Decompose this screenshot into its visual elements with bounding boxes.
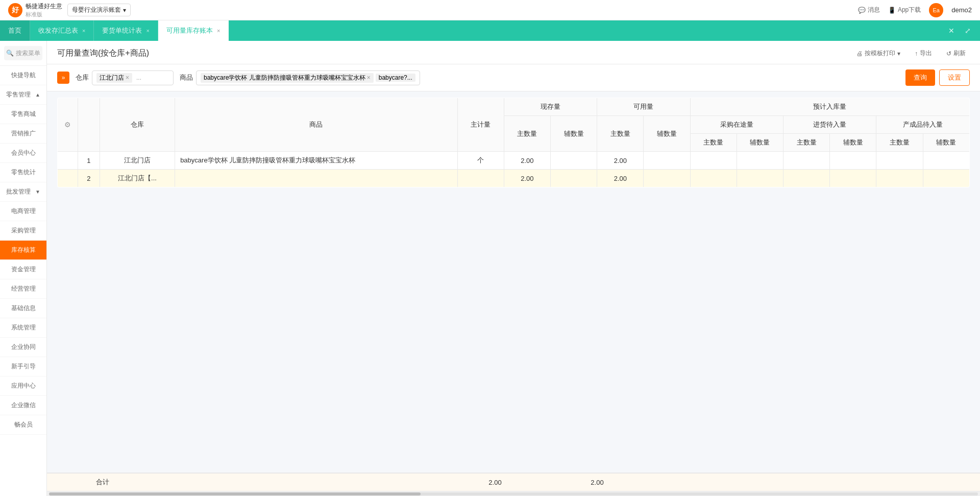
export-btn[interactable]: ↑ 导出 [911, 47, 936, 60]
tab-available-stock[interactable]: 可用量库存账本 × [158, 20, 229, 41]
total-row: 合计 2.00 2.00 [47, 474, 980, 491]
row-1-unit: 个 [457, 152, 504, 170]
total-production-main-cell [878, 474, 929, 491]
row-1-settings [58, 152, 78, 170]
col-forecast-group-header: 预计入库量 [690, 98, 969, 116]
close-all-tabs-btn[interactable]: ✕ [945, 25, 958, 37]
tab-receipt-summary[interactable]: 收发存汇总表 × [30, 20, 94, 41]
sidebar-item-enterprise-collab-label: 企业协同 [11, 343, 36, 350]
close-available-stock-icon[interactable]: × [217, 28, 220, 34]
table-settings-icon[interactable]: ⚙ [64, 121, 71, 129]
content-area: 可用量查询(按仓库+商品) 🖨 按模板打印 ▾ ↑ 导出 ↺ 刷新 » [47, 41, 980, 496]
product-tag-1-value: babycare学饮杯 儿童防摔防撞吸管杯重力球吸嘴杯宝宝水杯 [204, 74, 365, 82]
total-production-sub-cell [929, 474, 980, 491]
sidebar-item-new-guide[interactable]: 新手引导 [0, 357, 46, 376]
sidebar-item-marketing[interactable]: 营销推广 [0, 124, 46, 144]
refresh-label: 刷新 [953, 49, 966, 58]
sidebar-item-enterprise-wechat[interactable]: 企业微信 [0, 396, 46, 415]
sidebar-item-basic-info[interactable]: 基础信息 [0, 299, 46, 318]
expand-filter-btn[interactable]: » [57, 72, 69, 84]
col-production-main-header: 主数量 [876, 134, 923, 152]
top-bar-right: 💬 消息 📱 App下载 Ea demo2 [858, 3, 972, 17]
sidebar-item-enterprise-wechat-label: 企业微信 [11, 401, 36, 409]
sidebar: 🔍 搜索菜单 快捷导航 零售管理 ▲ 零售商城 营销推广 会员中心 零售统计 批… [0, 41, 47, 496]
warehouse-filter-more[interactable]: ... [136, 74, 141, 81]
col-incoming-main-header: 主数量 [783, 134, 830, 152]
sidebar-item-retail-mall[interactable]: 零售商城 [0, 105, 46, 124]
col-onhand-sub-header: 辅数量 [551, 116, 597, 152]
settings-btn[interactable]: 设置 [939, 69, 970, 86]
row-2-onhand-main: 2.00 [504, 170, 550, 187]
col-available-main-header: 主数量 [597, 116, 644, 152]
main-layout: 🔍 搜索菜单 快捷导航 零售管理 ▲ 零售商城 营销推广 会员中心 零售统计 批… [0, 41, 980, 496]
product-tag-1-remove[interactable]: × [367, 74, 371, 81]
bottom-scrollbar[interactable] [47, 491, 980, 496]
close-requisition-stats-icon[interactable]: × [146, 28, 149, 34]
message-icon: 💬 [858, 7, 866, 14]
sidebar-item-retail-mgmt[interactable]: 零售管理 ▲ [0, 85, 46, 105]
col-unit-header: 主计量 [457, 98, 504, 152]
total-label-cell: 合计 [88, 474, 149, 491]
row-1-index: 1 [78, 152, 100, 170]
refresh-btn[interactable]: ↺ 刷新 [942, 47, 970, 60]
sidebar-item-marketing-label: 营销推广 [11, 130, 36, 137]
product-tag-1: babycare学饮杯 儿童防摔防撞吸管杯重力球吸嘴杯宝宝水杯 × [201, 73, 374, 83]
sidebar-item-retail-stats[interactable]: 零售统计 [0, 163, 46, 182]
warehouse-tag-remove[interactable]: × [126, 74, 129, 81]
warehouse-filter-input[interactable]: 江北门店 × ... [92, 70, 174, 85]
row-2-unit [457, 170, 504, 187]
requisition-stats-label: 要货单统计表 [102, 26, 142, 35]
col-onhand-group-header: 现存量 [504, 98, 597, 116]
table-area: ⚙ 仓库 商品 主计量 现存量 可用量 预计入库量 主数量 辅数量 主数量 [47, 91, 980, 473]
query-btn[interactable]: 查询 [905, 69, 935, 86]
product-filter-input[interactable]: babycare学饮杯 儿童防摔防撞吸管杯重力球吸嘴杯宝宝水杯 × babyca… [196, 70, 420, 85]
sidebar-item-member-center[interactable]: 会员中心 [0, 144, 46, 163]
col-index-header [78, 98, 100, 152]
table-row-subtotal: 2 江北门店【... 2.00 2.00 [58, 170, 970, 187]
sidebar-item-enterprise-collab[interactable]: 企业协同 [0, 338, 46, 357]
sidebar-item-purchase-mgmt[interactable]: 采购管理 [0, 221, 46, 241]
sidebar-item-app-center[interactable]: 应用中心 [0, 376, 46, 396]
sidebar-item-wholesale-mgmt[interactable]: 批发管理 ▼ [0, 182, 46, 202]
sidebar-item-operations-mgmt[interactable]: 经营管理 [0, 279, 46, 299]
total-product-cell [149, 474, 429, 491]
chevron-up-icon: ▲ [35, 92, 40, 98]
print-template-label: 按模板打印 [865, 49, 895, 58]
tab-home[interactable]: 首页 [0, 20, 30, 41]
avatar: Ea [929, 3, 943, 17]
receipt-summary-label: 收发存汇总表 [38, 26, 78, 35]
sidebar-item-ecommerce-mgmt-label: 电商管理 [11, 207, 36, 215]
sidebar-item-finance-mgmt[interactable]: 资金管理 [0, 260, 46, 279]
sidebar-item-new-guide-label: 新手引导 [11, 363, 36, 370]
app-download-btn[interactable]: 📱 App下载 [888, 6, 921, 14]
search-menu-btn[interactable]: 🔍 搜索菜单 [4, 46, 42, 60]
sidebar-item-quick-nav[interactable]: 快捷导航 [0, 66, 46, 85]
message-btn[interactable]: 💬 消息 [858, 6, 880, 14]
total-purchase-transit-main-cell [674, 474, 725, 491]
total-unit-cell [429, 474, 470, 491]
sidebar-item-system-mgmt[interactable]: 系统管理 [0, 318, 46, 338]
total-settings-cell [47, 474, 67, 491]
row-1-incoming-sub [830, 152, 876, 170]
sidebar-item-vip-member[interactable]: 畅会员 [0, 415, 46, 435]
tab-requisition-stats[interactable]: 要货单统计表 × [94, 20, 158, 41]
row-1-purchase-transit-sub [737, 152, 783, 170]
row-1-production-main [876, 152, 923, 170]
close-receipt-summary-icon[interactable]: × [82, 28, 85, 34]
row-2-production-main [876, 170, 923, 187]
sidebar-item-ecommerce-mgmt[interactable]: 电商管理 [0, 202, 46, 221]
row-2-purchase-transit-sub [737, 170, 783, 187]
nav-tabs: 首页 收发存汇总表 × 要货单统计表 × 可用量库存账本 × ✕ ⤢ [0, 20, 980, 41]
username[interactable]: demo2 [951, 6, 972, 14]
sidebar-item-quick-nav-label: 快捷导航 [11, 72, 36, 79]
row-2-warehouse: 江北门店【... [100, 170, 175, 187]
print-template-btn[interactable]: 🖨 按模板打印 ▾ [852, 47, 904, 60]
total-purchase-transit-sub-cell [725, 474, 776, 491]
sidebar-item-stock-check[interactable]: 库存核算 [0, 241, 46, 260]
row-2-index: 2 [78, 170, 100, 187]
total-available-main-cell: 2.00 [572, 474, 623, 491]
maximize-btn[interactable]: ⤢ [962, 25, 974, 37]
total-incoming-main-cell [776, 474, 827, 491]
template-select[interactable]: 母婴行业演示账套 ▾ [67, 4, 131, 16]
sidebar-item-wholesale-mgmt-label: 批发管理 [6, 187, 31, 196]
